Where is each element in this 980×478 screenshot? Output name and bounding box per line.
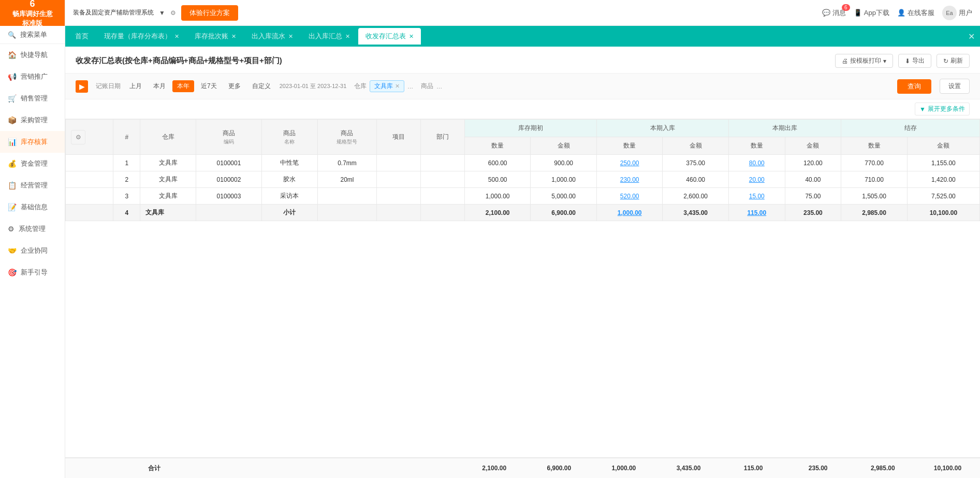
col-out-qty-cell[interactable]: 20.00 <box>728 171 785 188</box>
refresh-btn[interactable]: ↻ 刷新 <box>937 54 970 68</box>
sidebar-item-system[interactable]: ⚙ 系统管理 <box>0 218 65 240</box>
marketing-icon: 📢 <box>8 73 17 81</box>
col-name-header: 商品名称 <box>262 120 317 155</box>
tab-close-icon[interactable]: ✕ <box>174 33 179 40</box>
service-icon: 👤 <box>897 9 905 17</box>
date-btn-last-month[interactable]: 上月 <box>125 80 147 92</box>
col-out-qty-cell[interactable]: 115.00 <box>728 205 785 221</box>
col-project-cell <box>377 205 421 221</box>
refresh-icon: ↻ <box>943 57 948 65</box>
col-open-amt-cell: 1,000.00 <box>531 171 597 188</box>
col-in-amt-cell: 3,435.00 <box>663 205 729 221</box>
messages-btn[interactable]: 💬 6 消息 <box>822 8 846 18</box>
sidebar-item-sales[interactable]: 🛒 销售管理 <box>0 88 65 109</box>
footer-empty2 <box>98 460 122 477</box>
col-out-amt-cell: 75.00 <box>785 188 841 205</box>
refresh-label: 刷新 <box>950 56 963 65</box>
online-service-btn[interactable]: 👤 在线客服 <box>897 8 934 18</box>
col-name-cell: 采访本 <box>262 188 317 205</box>
footer-row: 合计 2,100.00 6,900.00 1,000.00 3,435.00 1… <box>65 460 980 477</box>
online-service-label: 在线客服 <box>908 8 934 18</box>
col-gear[interactable]: ⚙ <box>66 120 113 155</box>
sidebar-item-inventory[interactable]: 📊 库存核算 <box>0 131 65 153</box>
page-header: 收发存汇总表(按仓库+商品编码+商品+规格型号+项目+部门) 🖨 按模板打印 ▾… <box>65 47 980 74</box>
user-menu[interactable]: Ea 用户 <box>942 6 972 20</box>
warehouse-more-btn[interactable]: ... <box>407 82 413 90</box>
footer-in-amt: 3,435.00 <box>656 460 721 477</box>
export-icon: ⬇ <box>905 57 910 65</box>
date-btn-this-month[interactable]: 本月 <box>149 80 170 92</box>
system-dropdown[interactable]: ▼ <box>159 9 165 17</box>
tab-bar-close-icon[interactable]: ✕ <box>968 32 975 41</box>
date-btn-7days[interactable]: 近7天 <box>196 80 222 92</box>
col-out-qty-cell[interactable]: 80.00 <box>728 155 785 171</box>
col-in-qty-cell[interactable]: 1,000.00 <box>596 205 663 221</box>
query-btn[interactable]: 查询 <box>897 79 931 94</box>
tab-batch[interactable]: 库存批次账 ✕ <box>187 28 243 45</box>
col-dept-cell <box>421 188 465 205</box>
tab-close-icon[interactable]: ✕ <box>409 33 414 40</box>
experience-btn[interactable]: 体验行业方案 <box>181 5 238 21</box>
sidebar-item-guide[interactable]: 🎯 新手引导 <box>0 262 65 283</box>
col-open-amt-header: 金额 <box>531 137 597 155</box>
tab-receipt-summary[interactable]: 收发存汇总表 ✕ <box>358 28 421 45</box>
col-open-qty-cell: 2,100.00 <box>464 205 531 221</box>
col-in-qty-cell[interactable]: 250.00 <box>596 155 663 171</box>
tab-inout-flow[interactable]: 出入库流水 ✕ <box>244 28 300 45</box>
col-spec-header: 商品规格型号 <box>317 120 377 155</box>
print-btn[interactable]: 🖨 按模板打印 ▾ <box>835 54 893 68</box>
col-no-cell: 1 <box>113 155 140 171</box>
col-code-cell <box>196 205 262 221</box>
gear-icon-topbar[interactable]: ⚙ <box>170 9 176 17</box>
date-btn-this-year[interactable]: 本年 <box>172 80 194 92</box>
sidebar-item-finance[interactable]: 💰 资金管理 <box>0 153 65 175</box>
goods-more-btn[interactable]: ... <box>436 82 442 90</box>
col-in-qty-cell[interactable]: 230.00 <box>596 171 663 188</box>
tab-close-icon[interactable]: ✕ <box>345 33 350 40</box>
tab-inventory-dist[interactable]: 现存量（库存分布表） ✕ <box>97 28 186 45</box>
sidebar-item-enterprise[interactable]: 🤝 企业协同 <box>0 240 65 262</box>
col-out-qty-cell[interactable]: 15.00 <box>728 188 785 205</box>
sidebar-item-quick-nav[interactable]: 🏠 快捷导航 <box>0 44 65 66</box>
footer-open-qty: 2,100.00 <box>462 460 526 477</box>
col-out-amt-cell: 235.00 <box>785 205 841 221</box>
sidebar-item-label: 系统管理 <box>19 224 46 234</box>
logo-text: 畅库调好生意 <box>12 9 53 19</box>
tab-label: 首页 <box>75 32 89 41</box>
col-gear-cell <box>66 155 113 171</box>
sidebar-item-basic-info[interactable]: 📝 基础信息 <box>0 196 65 218</box>
tab-home[interactable]: 首页 <box>68 28 96 45</box>
col-project-cell <box>377 171 421 188</box>
col-spec-cell: 20ml <box>317 171 377 188</box>
message-icon: 💬 <box>822 9 830 17</box>
settings-btn[interactable]: 设置 <box>940 79 970 94</box>
sidebar-item-label: 新手引导 <box>21 268 48 277</box>
sidebar-item-purchase[interactable]: 📦 采购管理 <box>0 109 65 131</box>
tab-inout-summary[interactable]: 出入库汇总 ✕ <box>301 28 357 45</box>
sidebar-item-operations[interactable]: 📋 经营管理 <box>0 175 65 196</box>
footer-empty5 <box>316 460 365 477</box>
tab-close-icon[interactable]: ✕ <box>288 33 293 40</box>
col-in-qty-cell[interactable]: 520.00 <box>596 188 663 205</box>
col-out-amt-cell: 40.00 <box>785 171 841 188</box>
warehouse-tag[interactable]: 文具库 ✕ <box>370 80 404 92</box>
sales-icon: 🛒 <box>8 94 17 103</box>
column-settings-btn[interactable]: ⚙ <box>71 130 85 144</box>
date-btn-more[interactable]: 更多 <box>224 80 245 92</box>
tab-close-icon[interactable]: ✕ <box>231 33 236 40</box>
app-download-btn[interactable]: 📱 App下载 <box>854 8 889 18</box>
date-btn-custom[interactable]: 自定义 <box>247 80 275 92</box>
col-open-amt-cell: 6,900.00 <box>531 205 597 221</box>
sidebar-item-marketing[interactable]: 📢 营销推广 <box>0 66 65 88</box>
col-name-cell: 胶水 <box>262 171 317 188</box>
col-closing-header: 结存 <box>841 120 980 137</box>
sidebar-item-label: 经营管理 <box>21 181 48 190</box>
export-btn[interactable]: ⬇ 导出 <box>898 54 931 68</box>
filter-collapse-btn[interactable]: ▶ <box>76 80 88 93</box>
sidebar-item-search[interactable]: 🔍 搜索菜单 <box>0 26 65 44</box>
expand-conditions-btn[interactable]: ▼ 展开更多条件 <box>915 103 970 115</box>
col-close-qty-cell: 1,505.00 <box>841 188 908 205</box>
col-in-header: 本期入库 <box>596 120 728 137</box>
basic-info-icon: 📝 <box>8 203 17 211</box>
warehouse-tag-close-icon[interactable]: ✕ <box>395 83 400 90</box>
